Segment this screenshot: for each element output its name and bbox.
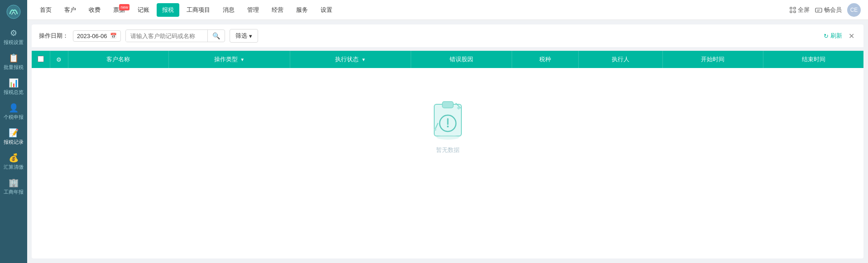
nav-item-jizhang[interactable]: 记账	[132, 3, 155, 17]
gongshang-nianbao-icon: 🏢	[9, 178, 19, 188]
sidebar-item-piliang-baoshui[interactable]: 📋 批量报税	[0, 49, 27, 74]
svg-rect-2	[794, 7, 796, 9]
nav-item-xiaoxi[interactable]: 消息	[217, 3, 240, 17]
svg-point-10	[447, 126, 449, 127]
records-table: ⚙ 客户名称 操作类型 ▼ 执行状态 ▼ 错误股因 税种 执行人	[32, 51, 863, 68]
table-container: ⚙ 客户名称 操作类型 ▼ 执行状态 ▼ 错误股因 税种 执行人	[32, 51, 863, 258]
empty-text: 暂无数据	[436, 146, 460, 154]
search-box: 🔍	[125, 29, 225, 42]
avatar[interactable]: CE	[847, 3, 861, 17]
sidebar-item-label: 报税总览	[4, 89, 24, 96]
svg-point-15	[434, 129, 436, 131]
th-error-reason: 错误股因	[411, 51, 512, 68]
member-icon	[815, 6, 822, 14]
piaoju-badge: new	[119, 4, 129, 10]
baoshui-jilu-icon: 📝	[9, 128, 19, 138]
member-button[interactable]: 畅会员	[815, 6, 842, 14]
empty-illustration	[425, 95, 470, 141]
th-customer-name: 客户名称	[68, 51, 169, 68]
th-exec-status: 执行状态 ▼	[290, 51, 411, 68]
nav-item-guanli[interactable]: 管理	[242, 3, 264, 17]
date-label: 操作日期：	[39, 32, 68, 40]
toolbar: 操作日期： 2023-06-06 📅 🔍 筛选 ▾ ↻ 刷新 ✕	[32, 24, 863, 47]
sidebar-item-baoshui-zonlan[interactable]: 📊 报税总览	[0, 74, 27, 99]
main-area: 首页 客户 收费 票据 new 记账 报税 工商项目 消息 管理 经营 服务 设…	[27, 0, 868, 263]
nav-item-shoufei[interactable]: 收费	[83, 3, 106, 17]
nav-item-gongshang-xiangmu[interactable]: 工商项目	[181, 3, 216, 17]
sidebar-item-geshuishenbao[interactable]: 👤 个税申报	[0, 99, 27, 124]
nav-item-fuwu[interactable]: 服务	[291, 3, 313, 17]
operation-type-filter-icon[interactable]: ▼	[240, 57, 245, 62]
sidebar-item-gongshang-nianbao[interactable]: 🏢 工商年报	[0, 174, 27, 199]
sidebar-item-label: 汇算清缴	[4, 164, 24, 170]
sidebar-item-huisuan-jiaona[interactable]: 💰 汇算清缴	[0, 149, 27, 174]
baoshui-zonlan-icon: 📊	[9, 78, 19, 88]
date-picker[interactable]: 2023-06-06 📅	[73, 30, 121, 42]
close-button[interactable]: ✕	[847, 32, 856, 40]
sidebar-item-label: 报税记录	[4, 139, 24, 146]
th-checkbox	[32, 51, 50, 68]
chevron-down-icon: ▾	[249, 33, 252, 39]
svg-rect-7	[442, 102, 453, 108]
empty-state: 暂无数据	[32, 68, 863, 181]
svg-point-13	[436, 135, 459, 140]
sidebar-item-label: 个税申报	[4, 114, 24, 121]
fullscreen-icon	[790, 7, 796, 13]
nav-item-home[interactable]: 首页	[34, 3, 57, 17]
nav-item-jingying[interactable]: 经营	[266, 3, 289, 17]
top-navigation: 首页 客户 收费 票据 new 记账 报税 工商项目 消息 管理 经营 服务 设…	[27, 0, 868, 20]
sidebar-item-label: 批量报税	[4, 64, 24, 71]
baoshui-shezhi-icon: ⚙	[10, 28, 17, 38]
sidebar: ⚙ 报税设置 📋 批量报税 📊 报税总览 👤 个税申报 📝 报税记录 💰 汇算清…	[0, 0, 27, 263]
refresh-button[interactable]: ↻ 刷新	[824, 32, 842, 40]
huisuan-jiaona-icon: 💰	[9, 153, 19, 163]
fullscreen-button[interactable]: 全屏	[790, 6, 810, 14]
th-tax-type: 税种	[512, 51, 579, 68]
filter-button[interactable]: 筛选 ▾	[230, 29, 258, 43]
nav-item-baoshui[interactable]: 报税	[157, 3, 179, 17]
sidebar-item-baoshui-jilu[interactable]: 📝 报税记录	[0, 124, 27, 149]
sidebar-item-baoshui-shezhi[interactable]: ⚙ 报税设置	[0, 24, 27, 49]
nav-item-piaoju[interactable]: 票据 new	[108, 3, 130, 17]
svg-rect-4	[794, 11, 796, 13]
th-operation-type: 操作类型 ▼	[169, 51, 290, 68]
th-start-time: 开始时间	[662, 51, 763, 68]
app-logo	[5, 4, 22, 20]
th-settings[interactable]: ⚙	[50, 51, 68, 68]
geshuishenbao-icon: 👤	[9, 103, 19, 113]
select-all-checkbox[interactable]	[38, 56, 44, 62]
refresh-icon: ↻	[824, 33, 829, 39]
calendar-icon: 📅	[110, 33, 117, 39]
sidebar-item-label: 工商年报	[4, 189, 24, 195]
table-header-row: ⚙ 客户名称 操作类型 ▼ 执行状态 ▼ 错误股因 税种 执行人	[32, 51, 863, 68]
piliang-baoshui-icon: 📋	[9, 53, 19, 63]
search-button[interactable]: 🔍	[207, 30, 225, 42]
sidebar-item-label: 报税设置	[4, 39, 24, 46]
date-value: 2023-06-06	[77, 33, 107, 39]
th-executor: 执行人	[579, 51, 662, 68]
topnav-right: 全屏 畅会员 CE	[790, 3, 861, 17]
nav-items: 首页 客户 收费 票据 new 记账 报税 工商项目 消息 管理 经营 服务 设…	[34, 3, 790, 17]
content-area: 操作日期： 2023-06-06 📅 🔍 筛选 ▾ ↻ 刷新 ✕	[27, 20, 868, 263]
search-input[interactable]	[126, 30, 207, 42]
svg-rect-3	[790, 11, 792, 13]
svg-rect-1	[790, 7, 792, 9]
nav-item-customer[interactable]: 客户	[59, 3, 82, 17]
th-end-time: 结束时间	[763, 51, 863, 68]
exec-status-filter-icon[interactable]: ▼	[361, 57, 366, 62]
nav-item-shezhi[interactable]: 设置	[315, 3, 338, 17]
